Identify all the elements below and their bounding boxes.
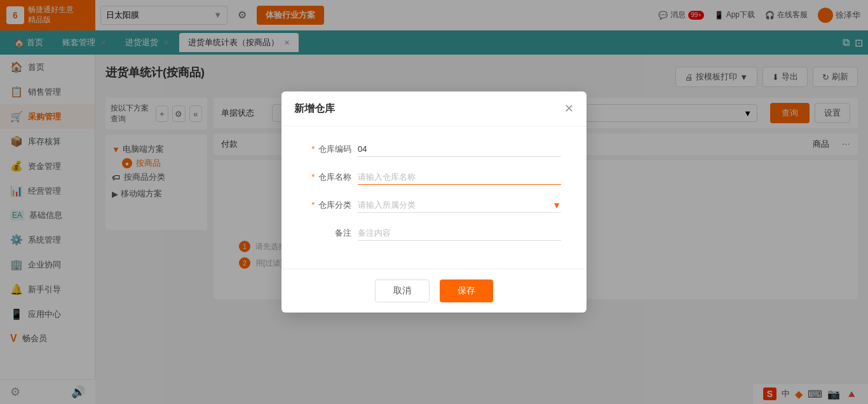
warehouse-code-label: * 仓库编码: [307, 144, 358, 155]
notes-label: 备注: [307, 227, 358, 239]
chevron-down-icon: ▼: [552, 200, 561, 210]
warehouse-category-row: * 仓库分类 ▼: [307, 198, 561, 213]
notes-row: 备注: [307, 226, 561, 241]
warehouse-name-row: * 仓库名称: [307, 170, 561, 185]
warehouse-category-select[interactable]: ▼: [358, 198, 561, 213]
warehouse-code-input[interactable]: [358, 142, 561, 157]
warehouse-category-label: * 仓库分类: [307, 199, 358, 211]
save-button[interactable]: 保存: [440, 279, 493, 302]
warehouse-name-label: * 仓库名称: [307, 172, 358, 183]
modal-footer: 取消 保存: [281, 269, 587, 313]
modal-title: 新增仓库: [294, 102, 335, 116]
modal-header: 新增仓库 ✕: [281, 91, 587, 126]
notes-input[interactable]: [358, 226, 561, 241]
cancel-button[interactable]: 取消: [375, 279, 430, 302]
warehouse-code-row: * 仓库编码: [307, 142, 561, 157]
add-warehouse-modal: 新增仓库 ✕ * 仓库编码 * 仓库名称 * 仓库分类 ▼: [281, 91, 587, 313]
modal-close-button[interactable]: ✕: [564, 102, 574, 116]
warehouse-category-input[interactable]: [358, 198, 552, 212]
modal-body: * 仓库编码 * 仓库名称 * 仓库分类 ▼ 备注: [281, 126, 587, 269]
warehouse-name-input[interactable]: [358, 170, 561, 185]
